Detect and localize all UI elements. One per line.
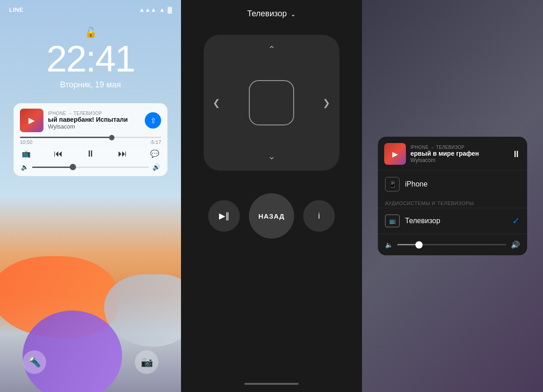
iphone-device-name: iPhone	[405, 180, 520, 188]
airplay-media-title: ервый в мире графен	[410, 150, 492, 157]
media-card-header: ▶ iPhone → ТЕЛЕВИЗОР ый павербанк! Испыт…	[20, 109, 161, 132]
media-title: ый павербанк! Испытали	[48, 116, 129, 123]
airplay-volume-low-icon: 🔈	[385, 241, 393, 249]
airplay-media-artist: Wylsacom	[410, 157, 507, 163]
carrier-label: LINE	[9, 6, 24, 13]
remote-title: Телевизор	[247, 9, 287, 19]
progress-track	[20, 137, 161, 138]
lock-time: 22:41	[46, 40, 134, 77]
lock-bottom-buttons: 🔦 📷	[0, 350, 181, 374]
remote-touchpad[interactable]: ⌃ ⌄ ❮ ❯	[204, 35, 339, 171]
airplay-button[interactable]: ⇧	[145, 112, 161, 129]
progress-fill	[20, 137, 112, 138]
airplay-route-label: iPhone → ТЕЛЕВИЗОР	[410, 145, 507, 150]
lock-icon: 🔓	[85, 27, 97, 38]
remote-controls-row: ▶︎‖ НАЗАД i	[208, 193, 335, 239]
flashlight-icon: 🔦	[29, 356, 41, 368]
airplay-media-row: ▶ iPhone → ТЕЛЕВИЗОР ервый в мире графен…	[378, 137, 527, 171]
remote-down-arrow[interactable]: ⌄	[268, 151, 276, 162]
signal-icon: ▲▲▲	[139, 6, 157, 13]
airplay-output-card[interactable]: ▶ iPhone → ТЕЛЕВИЗОР ервый в мире графен…	[378, 137, 527, 255]
play-pause-button[interactable]: ⏸	[86, 148, 95, 159]
media-thumbnail: ▶	[20, 109, 43, 132]
wallpaper-shape-orange	[0, 256, 118, 338]
volume-high-icon: 🔊	[152, 163, 160, 171]
lock-date: Вторник, 19 мая	[60, 80, 121, 90]
volume-fill	[32, 167, 73, 168]
lock-screen-panel: LINE ▲▲▲ ▲ ▓ 🔓 22:41 Вторник, 19 мая ▶ i…	[0, 0, 181, 392]
battery-icon: ▓	[168, 6, 172, 13]
airplay-device-section: 📱 iPhone АУДИОСИСТЕМЫ И ТЕЛЕВИЗОРЫ 📺 Тел…	[378, 171, 527, 234]
lyrics-icon[interactable]: 💬	[150, 149, 159, 158]
volume-thumb	[70, 164, 76, 170]
remote-chevron-icon[interactable]: ⌄	[291, 10, 296, 18]
tv-symbol: 📺	[389, 218, 396, 224]
rewind-button[interactable]: ⏮	[54, 148, 63, 159]
camera-icon: 📷	[141, 356, 153, 368]
progress-times: 10:50 -5:17	[20, 139, 161, 145]
airplay-media-info: iPhone → ТЕЛЕВИЗОР ервый в мире графен W…	[410, 145, 507, 163]
phone-symbol: 📱	[389, 181, 396, 188]
remote-info-button[interactable]: i	[303, 200, 335, 232]
back-label: НАЗАД	[258, 212, 285, 220]
media-notification-card[interactable]: ▶ iPhone → ТЕЛЕВИЗОР ый павербанк! Испыт…	[14, 103, 167, 176]
airplay-section-header: АУДИОСИСТЕМЫ И ТЕЛЕВИЗОРЫ	[378, 198, 527, 208]
lock-status-bar: LINE ▲▲▲ ▲ ▓	[0, 0, 181, 13]
camera-button[interactable]: 📷	[135, 350, 158, 374]
volume-track[interactable]	[32, 167, 149, 168]
tv-device-name: Телевизор	[405, 217, 507, 225]
media-artist: Wylsacom	[48, 123, 140, 130]
thumbnail-art: ▶	[20, 109, 43, 132]
volume-bar[interactable]: 🔈 🔊	[20, 163, 161, 171]
airplay-route: iPhone → ТЕЛЕВИЗОР	[48, 111, 140, 116]
volume-low-icon: 🔈	[21, 163, 29, 171]
status-icons: ▲▲▲ ▲ ▓	[139, 6, 172, 13]
remote-header: Телевизор ⌄	[181, 0, 362, 26]
tv-icon: 📺	[385, 215, 400, 227]
airplay-volume-track[interactable]	[397, 244, 506, 245]
tv-remote-panel: Телевизор ⌄ ⌃ ⌄ ❮ ❯ ▶︎‖ НАЗАД i	[181, 0, 362, 392]
wifi-icon: ▲	[159, 6, 165, 13]
airplay-iphone-row[interactable]: 📱 iPhone	[378, 171, 527, 198]
media-info: iPhone → ТЕЛЕВИЗОР ый павербанк! Испытал…	[48, 111, 140, 130]
remote-left-arrow[interactable]: ❮	[213, 97, 220, 108]
remote-up-arrow[interactable]: ⌃	[268, 44, 276, 55]
airplay-volume-high-icon: 🔊	[511, 240, 520, 249]
airplay-panel: ▶ iPhone → ТЕЛЕВИЗОР ервый в мире графен…	[362, 0, 543, 392]
home-indicator[interactable]	[244, 383, 299, 385]
wallpaper-shape-gray	[104, 274, 181, 347]
remote-play-pause-button[interactable]: ▶︎‖	[208, 200, 240, 232]
airplay-tv-row[interactable]: 📺 Телевизор ✓	[378, 208, 527, 234]
remote-icon[interactable]: 📺	[22, 149, 31, 158]
airplay-volume-row[interactable]: 🔈 🔊	[378, 234, 527, 255]
remote-back-button[interactable]: НАЗАД	[249, 193, 294, 239]
flashlight-button[interactable]: 🔦	[23, 350, 46, 374]
airplay-play-pause-button[interactable]: ⏸	[512, 149, 521, 159]
fast-forward-button[interactable]: ⏭	[118, 148, 127, 159]
progress-thumb	[109, 135, 114, 140]
airplay-volume-thumb	[415, 241, 423, 249]
play-pause-icon: ▶︎‖	[219, 211, 229, 221]
selected-checkmark-icon: ✓	[512, 215, 520, 226]
airplay-icon: ⇧	[150, 116, 156, 125]
remote-select-button[interactable]	[249, 80, 294, 125]
time-elapsed: 10:50	[20, 139, 33, 145]
time-remaining: -5:17	[150, 139, 161, 145]
info-label: i	[318, 211, 320, 221]
iphone-icon: 📱	[385, 177, 400, 191]
airplay-thumbnail: ▶	[384, 143, 406, 165]
media-progress-bar[interactable]: 10:50 -5:17	[20, 137, 161, 145]
remote-right-arrow[interactable]: ❯	[323, 97, 330, 108]
media-controls: 📺 ⏮ ⏸ ⏭ 💬	[20, 148, 161, 159]
